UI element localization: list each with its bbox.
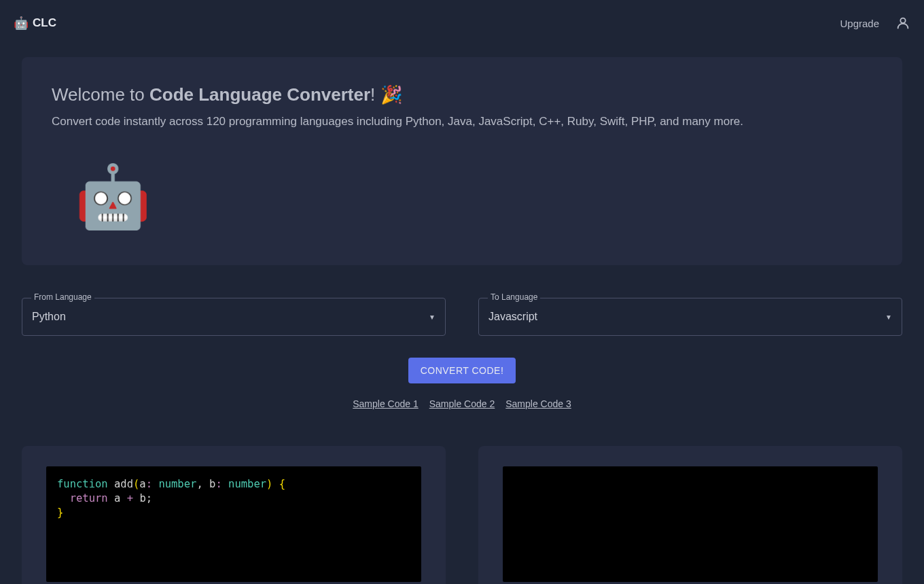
sample-links: Sample Code 1 Sample Code 2 Sample Code … [22,398,902,409]
to-language-wrapper: To Language Javascript ▼ [478,298,902,336]
output-code-block[interactable] [503,466,878,582]
to-language-select[interactable]: Javascript ▼ [478,298,902,336]
output-code-card [478,446,902,584]
welcome-title: Welcome to Code Language Converter! 🎉 [52,84,872,105]
upgrade-link[interactable]: Upgrade [840,18,879,29]
header-right: Upgrade [840,16,910,31]
user-icon[interactable] [895,16,910,31]
from-language-label: From Language [31,292,94,302]
to-language-label: To Language [488,292,540,302]
source-code-card: function add(a: number, b: number) { ret… [22,446,446,584]
svg-point-0 [900,18,905,23]
convert-button-row: CONVERT CODE! [22,358,902,383]
robot-emoji-large: 🤖 [75,161,151,233]
code-row: function add(a: number, b: number) { ret… [22,446,902,584]
convert-button[interactable]: CONVERT CODE! [408,358,516,383]
robot-icon: 🤖 [14,16,29,31]
from-language-select[interactable]: Python ▼ [22,298,446,336]
chevron-down-icon: ▼ [885,313,892,321]
welcome-title-bold: Code Language Converter [149,84,370,105]
logo-text: CLC [33,16,56,30]
sample-code-1-link[interactable]: Sample Code 1 [353,398,419,409]
header: 🤖 CLC Upgrade [0,0,924,46]
sample-code-2-link[interactable]: Sample Code 2 [429,398,495,409]
welcome-title-suffix: ! 🎉 [370,84,402,105]
main: Welcome to Code Language Converter! 🎉 Co… [0,46,924,584]
sample-code-3-link[interactable]: Sample Code 3 [505,398,571,409]
chevron-down-icon: ▼ [429,313,436,321]
from-language-value: Python [32,311,66,323]
welcome-card: Welcome to Code Language Converter! 🎉 Co… [22,57,902,265]
source-code-block[interactable]: function add(a: number, b: number) { ret… [46,466,421,582]
from-language-wrapper: From Language Python ▼ [22,298,446,336]
welcome-title-prefix: Welcome to [52,84,149,105]
to-language-value: Javascript [488,311,537,323]
welcome-subtitle: Convert code instantly across 120 progra… [52,115,872,128]
logo[interactable]: 🤖 CLC [14,16,56,31]
selectors-row: From Language Python ▼ To Language Javas… [22,298,902,336]
